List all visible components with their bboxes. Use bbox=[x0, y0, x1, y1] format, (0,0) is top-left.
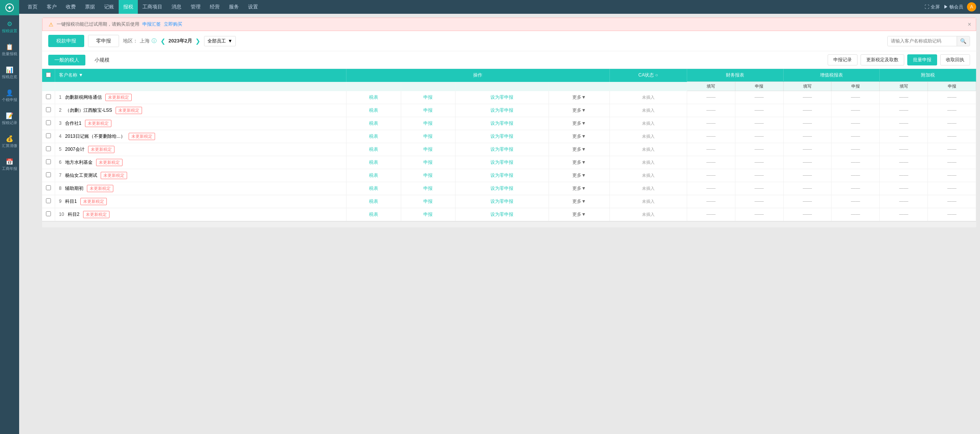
alert-link2[interactable]: 立即购买 bbox=[164, 21, 182, 28]
row-checkbox[interactable] bbox=[46, 133, 51, 138]
action-more[interactable]: 更多▼ bbox=[549, 208, 609, 221]
sidebar-item-batch-tax[interactable]: 📋 批量报税 bbox=[0, 38, 19, 61]
row-status-badge[interactable]: 未更新税定 bbox=[88, 146, 114, 153]
update-tax-btn[interactable]: 更新税定及取数 bbox=[861, 54, 904, 65]
action-tax-table[interactable]: 税表 bbox=[346, 156, 401, 169]
action-set-zero[interactable]: 设为零申报 bbox=[456, 156, 549, 169]
action-set-zero[interactable]: 设为零申报 bbox=[456, 182, 549, 195]
action-more[interactable]: 更多▼ bbox=[549, 156, 609, 169]
row-checkbox[interactable] bbox=[46, 146, 51, 151]
set-zero-link[interactable]: 设为零申报 bbox=[490, 108, 513, 113]
action-tax-table[interactable]: 税表 bbox=[346, 104, 401, 117]
action-more[interactable]: 更多▼ bbox=[549, 117, 609, 130]
set-zero-link[interactable]: 设为零申报 bbox=[490, 95, 513, 100]
row-checkbox[interactable] bbox=[46, 120, 51, 125]
declare-link[interactable]: 申报 bbox=[423, 160, 433, 165]
sidebar-item-personal-tax[interactable]: 👤 个税申报 bbox=[0, 84, 19, 107]
batch-declaration-btn[interactable]: 批量申报 bbox=[907, 54, 937, 65]
more-link[interactable]: 更多▼ bbox=[572, 160, 586, 165]
action-declare[interactable]: 申报 bbox=[401, 156, 456, 169]
more-link[interactable]: 更多▼ bbox=[572, 212, 586, 217]
declare-link[interactable]: 申报 bbox=[423, 199, 433, 204]
row-status-badge[interactable]: 未更新税定 bbox=[80, 198, 107, 205]
action-tax-table[interactable]: 税表 bbox=[346, 195, 401, 208]
info-icon[interactable]: ⓘ bbox=[152, 38, 157, 44]
action-set-zero[interactable]: 设为零申报 bbox=[456, 130, 549, 143]
action-tax-table[interactable]: 税表 bbox=[346, 182, 401, 195]
action-declare[interactable]: 申报 bbox=[401, 195, 456, 208]
declare-link[interactable]: 申报 bbox=[423, 212, 433, 217]
action-declare[interactable]: 申报 bbox=[401, 208, 456, 221]
dept-select[interactable]: 全部员工 ▼ bbox=[204, 36, 236, 46]
tax-table-link[interactable]: 税表 bbox=[369, 108, 378, 113]
select-all-checkbox[interactable] bbox=[46, 72, 51, 77]
tax-table-link[interactable]: 税表 bbox=[369, 199, 378, 204]
set-zero-link[interactable]: 设为零申报 bbox=[490, 199, 513, 204]
tax-table-link[interactable]: 税表 bbox=[369, 160, 378, 165]
declare-link[interactable]: 申报 bbox=[423, 147, 433, 152]
sidebar-item-tax-settings[interactable]: ⚙ 报税设置 bbox=[0, 15, 19, 38]
action-set-zero[interactable]: 设为零申报 bbox=[456, 143, 549, 156]
next-month-btn[interactable]: ❯ bbox=[195, 38, 200, 45]
taxpayer-tab-general[interactable]: 一般的税人 bbox=[48, 55, 85, 65]
tax-table-link[interactable]: 税表 bbox=[369, 95, 378, 100]
search-button[interactable]: 🔍 bbox=[957, 36, 970, 46]
action-more[interactable]: 更多▼ bbox=[549, 195, 609, 208]
set-zero-link[interactable]: 设为零申报 bbox=[490, 173, 513, 178]
action-tax-table[interactable]: 税表 bbox=[346, 208, 401, 221]
declare-link[interactable]: 申报 bbox=[423, 108, 433, 113]
search-input[interactable] bbox=[888, 36, 957, 46]
action-set-zero[interactable]: 设为零申报 bbox=[456, 169, 549, 182]
tax-table-link[interactable]: 税表 bbox=[369, 186, 378, 191]
retrieve-receipt-btn[interactable]: 收取回执 bbox=[940, 54, 970, 65]
prev-month-btn[interactable]: ❮ bbox=[160, 38, 165, 45]
row-status-badge[interactable]: 未更新税定 bbox=[101, 172, 127, 179]
declare-link[interactable]: 申报 bbox=[423, 186, 433, 191]
tab-tax-declaration[interactable]: 税款申报 bbox=[48, 35, 84, 47]
action-set-zero[interactable]: 设为零申报 bbox=[456, 208, 549, 221]
tax-table-link[interactable]: 税表 bbox=[369, 147, 378, 152]
action-set-zero[interactable]: 设为零申报 bbox=[456, 104, 549, 117]
sidebar-item-settlement[interactable]: 💰 汇算清缴 bbox=[0, 130, 19, 153]
row-status-badge[interactable]: 未更新税定 bbox=[129, 133, 155, 140]
row-status-badge[interactable]: 未更新税定 bbox=[116, 107, 142, 114]
action-tax-table[interactable]: 税表 bbox=[346, 91, 401, 104]
declare-link[interactable]: 申报 bbox=[423, 173, 433, 178]
row-checkbox[interactable] bbox=[46, 94, 51, 99]
action-declare[interactable]: 申报 bbox=[401, 169, 456, 182]
bottom-scrollbar[interactable] bbox=[42, 221, 976, 227]
more-link[interactable]: 更多▼ bbox=[572, 108, 586, 113]
row-checkbox[interactable] bbox=[46, 159, 51, 164]
action-declare[interactable]: 申报 bbox=[401, 143, 456, 156]
row-checkbox[interactable] bbox=[46, 172, 51, 177]
set-zero-link[interactable]: 设为零申报 bbox=[490, 121, 513, 126]
tax-table-link[interactable]: 税表 bbox=[369, 173, 378, 178]
taxpayer-tab-small[interactable]: 小规模 bbox=[88, 55, 116, 65]
row-checkbox[interactable] bbox=[46, 107, 51, 112]
row-status-badge[interactable]: 未更新税定 bbox=[96, 159, 122, 166]
declare-link[interactable]: 申报 bbox=[423, 95, 433, 100]
action-declare[interactable]: 申报 bbox=[401, 91, 456, 104]
action-more[interactable]: 更多▼ bbox=[549, 182, 609, 195]
alert-close-btn[interactable]: × bbox=[968, 21, 971, 28]
action-more[interactable]: 更多▼ bbox=[549, 91, 609, 104]
row-status-badge[interactable]: 未更新税定 bbox=[105, 94, 132, 101]
set-zero-link[interactable]: 设为零申报 bbox=[490, 186, 513, 191]
set-zero-link[interactable]: 设为零申报 bbox=[490, 160, 513, 165]
action-tax-table[interactable]: 税表 bbox=[346, 130, 401, 143]
row-status-badge[interactable]: 未更新税定 bbox=[83, 211, 109, 218]
action-declare[interactable]: 申报 bbox=[401, 117, 456, 130]
tab-zero-declaration[interactable]: 零申报 bbox=[88, 35, 119, 47]
more-link[interactable]: 更多▼ bbox=[572, 186, 586, 191]
row-checkbox[interactable] bbox=[46, 198, 51, 203]
sidebar-item-tax-records[interactable]: 📝 报税记录 bbox=[0, 107, 19, 130]
action-tax-table[interactable]: 税表 bbox=[346, 117, 401, 130]
action-set-zero[interactable]: 设为零申报 bbox=[456, 91, 549, 104]
set-zero-link[interactable]: 设为零申报 bbox=[490, 134, 513, 139]
row-status-badge[interactable]: 未更新税定 bbox=[87, 185, 113, 192]
action-tax-table[interactable]: 税表 bbox=[346, 143, 401, 156]
declare-link[interactable]: 申报 bbox=[423, 121, 433, 126]
action-more[interactable]: 更多▼ bbox=[549, 130, 609, 143]
declare-link[interactable]: 申报 bbox=[423, 134, 433, 139]
more-link[interactable]: 更多▼ bbox=[572, 134, 586, 139]
